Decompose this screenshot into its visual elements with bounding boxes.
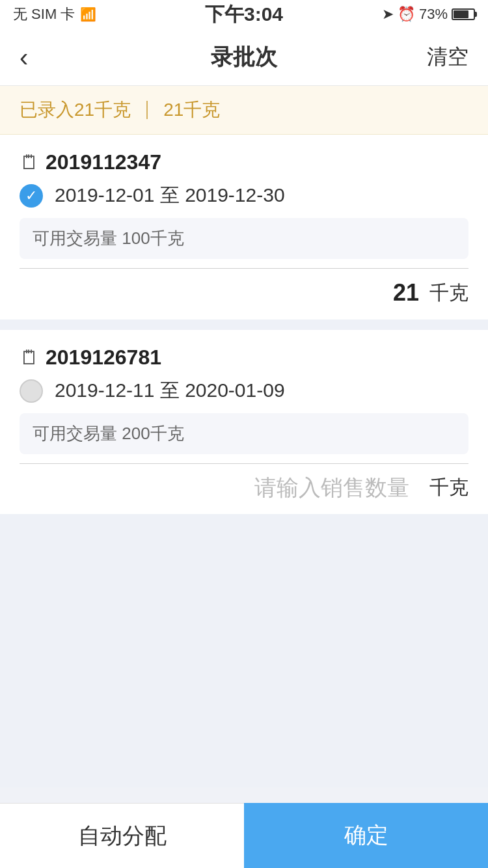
batch-card-1: 🗒 2019112347 ✓ 2019-12-01 至 2019-12-30 可… [0, 135, 488, 319]
content-area: 已录入21千克 21千克 🗒 2019112347 ✓ 2019-12-01 至… [0, 86, 488, 852]
checkmark-icon: ✓ [25, 189, 37, 203]
confirm-button[interactable]: 确定 [244, 803, 488, 868]
batch-date-row-1[interactable]: ✓ 2019-12-01 至 2019-12-30 [0, 182, 488, 218]
batch-header-1: 🗒 2019112347 [0, 135, 488, 182]
available-qty-1: 可用交易量 100千克 [20, 218, 468, 259]
available-qty-2: 可用交易量 200千克 [20, 413, 468, 454]
amount-unit-2: 千克 [429, 474, 468, 501]
radio-checked-1[interactable]: ✓ [20, 184, 43, 208]
back-button[interactable]: ‹ [20, 44, 28, 70]
auto-distribute-button[interactable]: 自动分配 [0, 803, 244, 868]
batch-date-1: 2019-12-01 至 2019-12-30 [55, 182, 285, 209]
battery-icon [452, 8, 475, 20]
wifi-icon: 📶 [80, 7, 96, 22]
batch-header-2: 🗒 2019126781 [0, 330, 488, 377]
summary-divider [146, 101, 148, 119]
footer: 自动分配 确定 [0, 803, 488, 868]
battery-percent: 73% [419, 6, 448, 23]
quantity-input-2[interactable] [224, 475, 419, 500]
carrier-text: 无 SIM 卡 [13, 5, 75, 24]
status-right: ➤ ⏰ 73% [382, 6, 475, 23]
page-title: 录批次 [211, 42, 277, 72]
batch-card-2: 🗒 2019126781 2019-12-11 至 2020-01-09 可用交… [0, 330, 488, 514]
amount-value-1: 21 [393, 279, 419, 306]
status-left: 无 SIM 卡 📶 [13, 5, 96, 24]
location-icon: ➤ [382, 6, 394, 23]
amount-input-row-2[interactable]: 千克 [0, 464, 488, 514]
summary-banner: 已录入21千克 21千克 [0, 86, 488, 135]
total-summary: 21千克 [163, 98, 220, 122]
batch-id-2: 2019126781 [46, 346, 161, 370]
amount-row-1: 21 千克 [0, 269, 488, 319]
nav-bar: ‹ 录批次 清空 [0, 29, 488, 86]
batch-id-icon-2: 🗒 [20, 347, 39, 369]
amount-unit-1: 千克 [429, 280, 468, 306]
recorded-summary: 已录入21千克 [20, 98, 131, 122]
section-divider [0, 319, 488, 330]
batch-id-1: 2019112347 [46, 150, 161, 174]
batch-date-row-2[interactable]: 2019-12-11 至 2020-01-09 [0, 377, 488, 413]
radio-unchecked-2[interactable] [20, 379, 43, 403]
alarm-icon: ⏰ [398, 6, 415, 23]
status-bar: 无 SIM 卡 📶 下午3:04 ➤ ⏰ 73% [0, 0, 488, 29]
gray-area [0, 514, 488, 787]
clear-button[interactable]: 清空 [427, 43, 468, 72]
batch-date-2: 2019-12-11 至 2020-01-09 [55, 377, 285, 404]
batch-id-icon-1: 🗒 [20, 152, 39, 174]
status-time: 下午3:04 [205, 1, 283, 28]
